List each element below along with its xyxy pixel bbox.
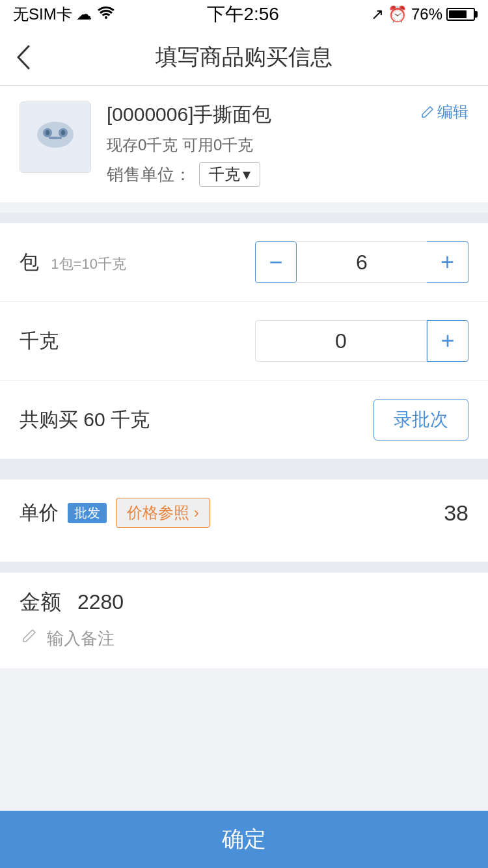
battery-label: 76% (411, 5, 442, 23)
back-button[interactable] (16, 45, 30, 70)
bao-quantity-control: − 6 + (255, 241, 468, 283)
bao-label: 包 1包=10千克 (20, 249, 255, 276)
kg-quantity-input[interactable]: 0 (255, 320, 427, 362)
bao-increment-button[interactable]: + (427, 241, 468, 283)
summary-row: 共购买 60 千克 录批次 (0, 381, 488, 459)
edit-button[interactable]: 编辑 (420, 102, 468, 122)
product-section: [0000006]手撕面包 编辑 现存0千克 可用0千克 销售单位： 千克 ▾ (0, 86, 488, 202)
unit-selector[interactable]: 千克 ▾ (199, 162, 260, 187)
nav-bar: 填写商品购买信息 (0, 29, 488, 86)
kg-quantity-control: 0 + (255, 320, 468, 362)
amount-text: 金额 2280 (20, 588, 468, 617)
price-reference-button[interactable]: 价格参照 › (116, 498, 210, 528)
confirm-button[interactable]: 确定 (222, 824, 266, 854)
pencil-icon (20, 627, 38, 650)
kg-label: 千克 (20, 328, 255, 355)
kg-input-row: 千克 0 + (0, 302, 488, 381)
bao-quantity-input[interactable]: 6 (297, 241, 427, 283)
chevron-down-icon: ▾ (243, 165, 251, 183)
kg-increment-button[interactable]: + (427, 320, 468, 362)
product-stock: 现存0千克 可用0千克 (107, 135, 468, 156)
confirm-footer[interactable]: 确定 (0, 811, 488, 868)
amount-value: 2280 (77, 590, 124, 614)
status-right: ↗ ⏰ 76% (371, 5, 475, 23)
wholesale-badge: 批发 (68, 503, 107, 523)
bao-input-section: 包 1包=10千克 − 6 + 千克 0 + (0, 223, 488, 381)
svg-point-4 (61, 130, 65, 135)
bao-input-row: 包 1包=10千克 − 6 + (0, 223, 488, 302)
page-title: 填写商品购买信息 (156, 42, 332, 72)
bao-decrement-button[interactable]: − (255, 241, 297, 283)
status-bar: 无SIM卡 ☁ 下午2:56 ↗ ⏰ 76% (0, 0, 488, 29)
svg-rect-5 (49, 137, 62, 139)
product-info: [0000006]手撕面包 编辑 现存0千克 可用0千克 销售单位： 千克 ▾ (107, 102, 468, 187)
price-value: 38 (444, 500, 468, 526)
product-logo (36, 118, 75, 157)
remark-input-row[interactable]: 输入备注 (20, 627, 468, 650)
bao-sublabel: 1包=10千克 (51, 256, 126, 272)
amount-section: 金额 2280 输入备注 (0, 562, 488, 668)
svg-point-3 (46, 130, 49, 135)
amount-divider (0, 562, 488, 573)
location-icon: ↗ (371, 5, 384, 23)
alarm-icon: ⏰ (388, 5, 407, 23)
summary-text: 共购买 60 千克 (20, 407, 150, 433)
price-section: 单价 批发 价格参照 › 38 (0, 469, 488, 562)
price-divider (0, 459, 488, 469)
no-sim-label: 无SIM卡 ☁ (13, 4, 92, 25)
remark-placeholder: 输入备注 (47, 627, 115, 650)
status-left: 无SIM卡 ☁ (13, 4, 115, 25)
price-row: 单价 批发 价格参照 › 38 (20, 498, 468, 528)
status-time: 下午2:56 (207, 2, 279, 27)
product-thumbnail (20, 102, 91, 173)
price-label: 单价 批发 价格参照 › (20, 498, 210, 528)
wifi-icon (97, 5, 115, 23)
section-divider (0, 213, 488, 223)
product-name: [0000006]手撕面包 (107, 102, 271, 128)
svg-point-0 (37, 122, 74, 148)
battery-icon (446, 8, 475, 21)
product-unit: 销售单位： 千克 ▾ (107, 162, 468, 187)
record-batch-button[interactable]: 录批次 (373, 399, 468, 441)
